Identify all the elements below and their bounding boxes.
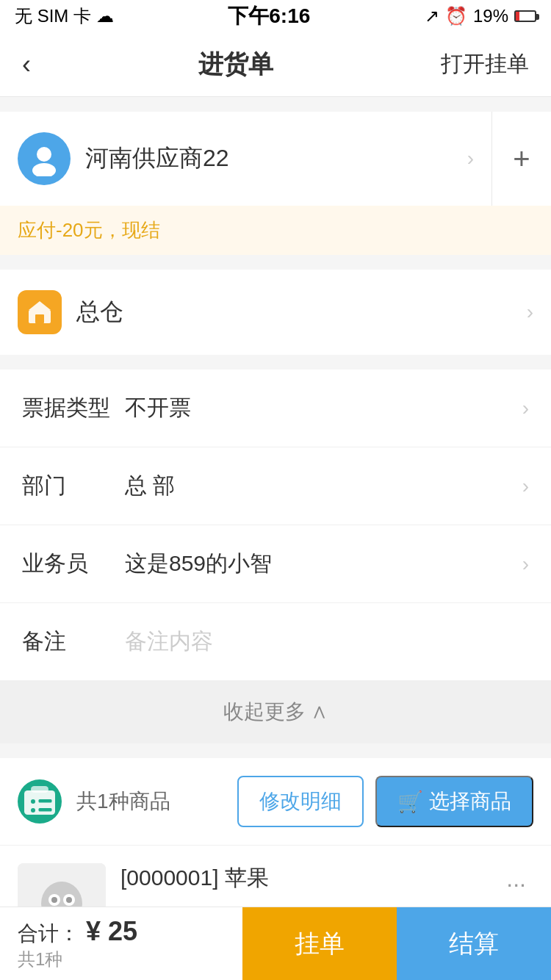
chevron-right-icon: ›: [522, 475, 529, 498]
remark-input[interactable]: 备注内容: [125, 627, 529, 657]
add-supplier-button[interactable]: +: [492, 143, 551, 176]
chevron-right-icon: ›: [467, 147, 474, 170]
supplier-name: 河南供应商22: [85, 143, 460, 175]
cart-icon: 🛒: [397, 790, 423, 814]
invoice-type-value: 不开票: [125, 393, 515, 423]
status-bar: 无 SIM 卡 ☁ 下午6:16 ↗ ⏰ 19%: [0, 0, 551, 32]
department-row[interactable]: 部门 总 部 ›: [0, 447, 551, 525]
sim-status: 无 SIM 卡 ☁: [15, 4, 114, 28]
warehouse-icon: [18, 290, 62, 334]
chevron-right-icon: ›: [522, 397, 529, 420]
invoice-type-label: 票据类型: [22, 393, 125, 423]
credit-notice: 应付-20元，现结: [0, 206, 551, 255]
chevron-right-icon: ›: [522, 552, 529, 576]
total-amount: 合计： ¥ 25: [18, 916, 225, 948]
location-icon: ↗: [425, 6, 439, 26]
sales-label: 业务员: [22, 549, 125, 579]
status-left: 无 SIM 卡 ☁: [15, 4, 114, 28]
svg-rect-6: [31, 786, 48, 793]
svg-point-7: [31, 799, 35, 804]
back-button[interactable]: ‹: [22, 49, 31, 80]
product-title: 苹果: [225, 865, 269, 890]
warehouse-name: 总仓: [76, 296, 519, 328]
supplier-avatar: [18, 132, 71, 185]
total-count: 共1种: [18, 948, 225, 971]
total-value: ¥ 25: [86, 916, 137, 946]
total-section: 合计： ¥ 25 共1种: [0, 916, 242, 971]
department-label: 部门: [22, 471, 125, 501]
product-code: [0000001]: [120, 865, 225, 890]
gap-1: [0, 97, 551, 112]
total-label: 合计：: [18, 922, 79, 945]
products-header: 共1种商品 修改明细 🛒 选择商品: [0, 758, 551, 846]
supplier-section: 河南供应商22 › +: [0, 112, 551, 206]
product-name: [0000001] 苹果: [120, 863, 499, 893]
hold-button[interactable]: 挂单: [242, 907, 397, 981]
products-icon: [18, 779, 62, 824]
svg-rect-10: [39, 808, 52, 812]
product-menu-button[interactable]: ···: [499, 863, 533, 905]
checkout-button[interactable]: 结算: [397, 907, 551, 981]
svg-point-1: [32, 163, 56, 176]
nav-bar: ‹ 进货单 打开挂单: [0, 32, 551, 97]
bottom-bar: 合计： ¥ 25 共1种 挂单 结算: [0, 907, 551, 980]
open-hold-button[interactable]: 打开挂单: [441, 49, 529, 79]
edit-detail-button[interactable]: 修改明细: [237, 776, 364, 827]
select-product-label: 选择商品: [429, 788, 511, 815]
invoice-type-row[interactable]: 票据类型 不开票 ›: [0, 370, 551, 447]
supplier-selector[interactable]: 河南供应商22 ›: [0, 112, 492, 206]
products-count: 共1种商品: [76, 788, 237, 815]
status-right: ↗ ⏰ 19%: [425, 6, 536, 26]
svg-rect-8: [39, 799, 52, 803]
page-title: 进货单: [198, 48, 273, 82]
collapse-toggle[interactable]: 收起更多 ∧: [0, 680, 551, 743]
select-product-button[interactable]: 🛒 选择商品: [375, 776, 533, 827]
svg-marker-3: [29, 301, 51, 310]
battery-icon: [514, 10, 536, 22]
svg-rect-4: [35, 314, 44, 323]
svg-point-16: [66, 897, 72, 903]
remark-label: 备注: [22, 627, 125, 657]
svg-point-0: [37, 147, 51, 162]
status-time: 下午6:16: [228, 2, 310, 30]
chevron-right-icon: ›: [527, 300, 533, 324]
remark-row[interactable]: 备注 备注内容: [0, 603, 551, 680]
sales-row[interactable]: 业务员 这是859的小智 ›: [0, 525, 551, 603]
svg-point-15: [51, 897, 57, 903]
svg-point-9: [31, 808, 35, 813]
form-section: 票据类型 不开票 › 部门 总 部 › 业务员 这是859的小智 › 备注 备注…: [0, 370, 551, 680]
battery-status: 19%: [473, 6, 508, 26]
department-value: 总 部: [125, 471, 515, 501]
alarm-icon: ⏰: [445, 6, 467, 26]
warehouse-section[interactable]: 总仓 ›: [0, 270, 551, 355]
sales-value: 这是859的小智: [125, 549, 515, 579]
